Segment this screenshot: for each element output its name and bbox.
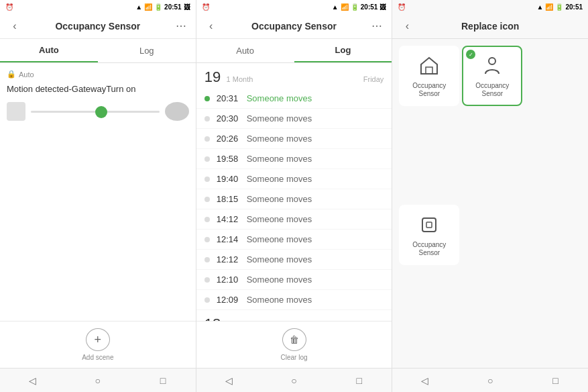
time-1: 20:51 <box>164 3 182 11</box>
svg-rect-0 <box>426 67 432 74</box>
auto-label: 🔒 Auto <box>7 70 189 79</box>
day-month-19: 1 Month <box>227 75 253 83</box>
log-dot <box>204 277 210 283</box>
day-header-18: 18 1 Month Thursday <box>196 310 392 321</box>
log-item: 20:30 Someone moves <box>196 109 392 129</box>
photo-icon-1: 🖼 <box>184 3 190 11</box>
nav-home-3[interactable]: ○ <box>482 373 498 389</box>
battery-icon-2: 🔋 <box>351 3 359 11</box>
day-name-19: Friday <box>363 75 384 83</box>
signal-icon-1: 📶 <box>144 3 152 11</box>
nav-home-1[interactable]: ○ <box>90 373 106 389</box>
tab-auto-1[interactable]: Auto <box>0 39 98 62</box>
day-number-18: 18 <box>204 315 221 321</box>
log-item: 14:12 Someone moves <box>196 209 392 230</box>
menu-button-1[interactable]: ⋯ <box>173 18 189 34</box>
log-dot <box>204 96 210 101</box>
icon-grid: Occupancy Sensor ✓ Occupancy Sensor Occu… <box>392 39 588 368</box>
log-time: 14:12 <box>217 214 240 224</box>
back-button-2[interactable]: ‹ <box>203 18 219 34</box>
log-event: Someone moves <box>247 113 312 124</box>
log-event: Someone moves <box>247 214 312 224</box>
log-item: 12:14 Someone moves <box>196 230 392 250</box>
log-time: 19:40 <box>217 174 240 184</box>
slider-max-icon <box>165 102 189 121</box>
tab-auto-2[interactable]: Auto <box>196 39 294 62</box>
icon-label-3: Occupancy Sensor <box>406 241 453 257</box>
battery-icon-1: 🔋 <box>154 3 162 11</box>
icon-item-1[interactable]: Occupancy Sensor <box>399 46 459 106</box>
add-scene-button[interactable]: + <box>86 328 110 351</box>
tab-log-2[interactable]: Log <box>294 39 392 62</box>
nav-back-2[interactable]: ◁ <box>221 373 237 389</box>
icon-item-3[interactable]: Occupancy Sensor <box>399 205 459 265</box>
nav-recent-2[interactable]: □ <box>351 373 367 389</box>
nav-back-3[interactable]: ◁ <box>417 373 433 389</box>
page-title-2: Occupancy Sensor <box>219 21 369 32</box>
panel-replace-icon: ⏰ ▲ 📶 🔋 20:51 ‹ Replace icon Occupancy S… <box>392 0 588 392</box>
log-item: 20:26 Someone moves <box>196 129 392 149</box>
log-dot <box>204 297 210 303</box>
nav-recent-3[interactable]: □ <box>547 373 563 389</box>
panel2-bottom: 🗑 Clear log <box>196 321 392 368</box>
status-icons-left-1: ⏰ <box>5 3 13 11</box>
panel-log: ⏰ ▲ 📶 🔋 20:51 🖼 ‹ Occupancy Sensor ⋯ Aut… <box>196 0 393 392</box>
log-event: Someone moves <box>247 174 312 184</box>
log-time: 12:14 <box>217 234 240 244</box>
check-badge: ✓ <box>466 50 475 59</box>
page-title-1: Occupancy Sensor <box>23 21 173 32</box>
log-item: 19:58 Someone moves <box>196 149 392 169</box>
log-dot <box>204 197 210 202</box>
status-right-3: ▲ 📶 🔋 20:51 <box>537 3 583 11</box>
photo-icon-2: 🖼 <box>379 3 386 11</box>
log-dot <box>204 177 210 182</box>
log-event: Someone moves <box>247 93 312 103</box>
log-time: 20:26 <box>217 134 240 144</box>
tabs-2: Auto Log <box>196 39 392 63</box>
status-icons-left-2: ⏰ <box>202 3 210 11</box>
log-item: 18:15 Someone moves <box>196 189 392 209</box>
house-icon <box>417 54 441 78</box>
nav-recent-1[interactable]: □ <box>155 373 171 389</box>
header-1: ‹ Occupancy Sensor ⋯ <box>0 13 196 39</box>
log-item: 12:12 Someone moves <box>196 250 392 270</box>
time-3: 20:51 <box>565 3 583 11</box>
status-icons-left-3: ⏰ <box>398 3 406 11</box>
alarm-icon-3: ⏰ <box>398 3 406 11</box>
log-item: 20:31 Someone moves <box>196 89 392 109</box>
status-bar-2: ⏰ ▲ 📶 🔋 20:51 🖼 <box>196 0 392 13</box>
icon-item-2[interactable]: ✓ Occupancy Sensor <box>462 46 522 106</box>
log-time: 20:30 <box>217 113 240 124</box>
log-item: 12:09 Someone moves <box>196 290 392 310</box>
slider-thumb[interactable] <box>95 106 107 118</box>
bottom-nav-2: ◁ ○ □ <box>196 368 392 392</box>
clear-log-button[interactable]: 🗑 <box>282 328 306 351</box>
back-button-1[interactable]: ‹ <box>7 18 23 34</box>
signal-icon-2: 📶 <box>341 3 349 11</box>
panel-auto: ⏰ ▲ 📶 🔋 20:51 🖼 ‹ Occupancy Sensor ⋯ Aut… <box>0 0 196 392</box>
nav-back-1[interactable]: ◁ <box>25 373 41 389</box>
status-right-2: ▲ 📶 🔋 20:51 🖼 <box>332 3 386 11</box>
day-number-19: 19 <box>204 68 221 85</box>
status-bar-1: ⏰ ▲ 📶 🔋 20:51 🖼 <box>0 0 196 13</box>
battery-icon-3: 🔋 <box>555 3 563 11</box>
wifi-icon-3: ▲ <box>537 3 544 11</box>
header-2: ‹ Occupancy Sensor ⋯ <box>196 13 392 39</box>
sensor-icon <box>417 213 441 237</box>
slider-min-icon <box>7 102 25 121</box>
log-dot <box>204 156 210 162</box>
log-content: 19 1 Month Friday 20:31 Someone moves 20… <box>196 63 392 321</box>
slider-track[interactable] <box>31 111 160 113</box>
svg-rect-3 <box>426 222 432 228</box>
status-bar-3: ⏰ ▲ 📶 🔋 20:51 <box>392 0 588 13</box>
nav-home-2[interactable]: ○ <box>286 373 302 389</box>
log-time: 20:31 <box>217 93 240 103</box>
log-time: 12:10 <box>217 275 240 285</box>
log-time: 12:09 <box>217 295 240 305</box>
add-scene-label: Add scene <box>82 354 113 361</box>
tab-log-1[interactable]: Log <box>98 39 196 62</box>
wifi-icon-1: ▲ <box>135 3 142 11</box>
menu-button-2[interactable]: ⋯ <box>369 18 385 34</box>
person-icon <box>480 54 504 78</box>
back-button-3[interactable]: ‹ <box>399 18 415 34</box>
